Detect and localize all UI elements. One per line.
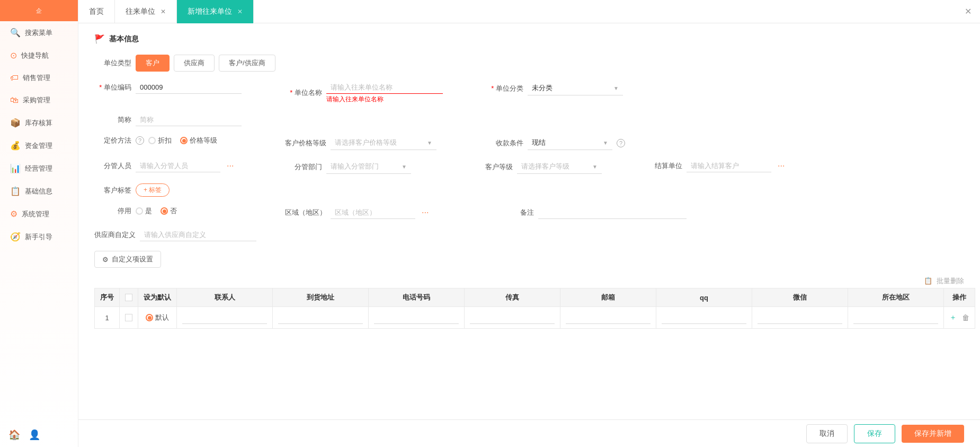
- row-address-input[interactable]: [278, 311, 363, 324]
- pricing-discount-circle: [148, 137, 156, 144]
- batch-delete-icon: 📋: [924, 277, 932, 285]
- cust-price-level-select[interactable]: 请选择客户价格等级 ▼: [331, 136, 436, 150]
- region-label: 区域（地区）: [285, 208, 326, 217]
- tab-partners-close[interactable]: ✕: [161, 8, 166, 15]
- disabled-label: 停用: [94, 206, 131, 216]
- department-value: 请输入分管部门: [331, 162, 399, 171]
- sidebar-item-quick-nav[interactable]: ⊙ 快捷导航: [0, 44, 78, 67]
- col-default: 设为默认: [138, 288, 177, 307]
- cust-level-value: 请选择客户等级: [521, 162, 590, 171]
- unit-btn-supplier[interactable]: 供应商: [174, 55, 215, 72]
- cancel-button[interactable]: 取消: [806, 424, 848, 443]
- col-checkbox: [120, 288, 138, 307]
- payment-terms-select[interactable]: 现结 ▼: [528, 136, 612, 150]
- disabled-no-label: 否: [170, 206, 177, 216]
- tab-new-partner-close[interactable]: ✕: [237, 8, 243, 15]
- manager-input[interactable]: [136, 160, 220, 172]
- notes-input[interactable]: [538, 206, 687, 219]
- sidebar-item-inventory[interactable]: 📦 库存核算: [0, 111, 78, 134]
- row-checkbox[interactable]: [125, 314, 132, 321]
- disabled-radio-no[interactable]: 否: [161, 206, 177, 216]
- pricing-radio-discount[interactable]: 折扣: [148, 136, 172, 145]
- pricing-help-icon[interactable]: ?: [136, 136, 144, 145]
- batch-delete-btn[interactable]: 批量删除: [937, 277, 964, 285]
- sidebar-item-guide[interactable]: 🧭 新手引导: [0, 225, 78, 248]
- row-delete-icon[interactable]: 🗑: [962, 313, 969, 322]
- basic-info-icon: 📋: [10, 186, 21, 196]
- sidebar-item-label: 采购管理: [23, 95, 50, 105]
- add-tag-button[interactable]: + 标签: [136, 183, 170, 197]
- unit-code-input[interactable]: [136, 81, 242, 94]
- sidebar-bottom-icon2[interactable]: 👤: [29, 429, 40, 441]
- sidebar-item-label: 基础信息: [25, 187, 52, 196]
- save-button[interactable]: 保存: [854, 424, 895, 443]
- supplier-custom-input[interactable]: [140, 229, 256, 241]
- sidebar-item-label: 销售管理: [23, 73, 50, 83]
- unit-category-arrow: ▼: [613, 85, 619, 91]
- settlement-input[interactable]: [687, 160, 771, 172]
- select-all-checkbox[interactable]: [125, 294, 132, 301]
- manager-field: 分管人员 ···: [94, 160, 285, 172]
- unit-category-value: 未分类: [532, 83, 611, 93]
- row-add-icon[interactable]: ＋: [949, 313, 957, 322]
- manager-more-btn[interactable]: ···: [225, 161, 236, 171]
- row-email-input[interactable]: [566, 311, 651, 324]
- disabled-radio-yes[interactable]: 是: [136, 206, 152, 216]
- sidebar-item-label: 经营管理: [25, 164, 52, 173]
- pricing-field: 定价方法 ? 折扣 价格等级: [94, 136, 285, 145]
- payment-terms-value: 现结: [532, 138, 601, 147]
- sidebar-item-sales[interactable]: 🏷 销售管理: [0, 67, 78, 89]
- abbr-label: 简称: [94, 115, 131, 125]
- col-fax: 传真: [465, 288, 560, 307]
- sidebar-item-system[interactable]: ⚙ 系统管理: [0, 203, 78, 225]
- row-default-radio[interactable]: 默认: [144, 313, 171, 322]
- cust-level-select[interactable]: 请选择客户等级 ▼: [517, 160, 602, 174]
- unit-btn-both[interactable]: 客户/供应商: [219, 55, 275, 72]
- sidebar-bottom-icon1[interactable]: 🏠: [8, 429, 20, 441]
- tab-home[interactable]: 首页: [78, 0, 115, 23]
- department-field: 分管部门 请输入分管部门 ▼: [285, 160, 476, 174]
- tab-new-partner[interactable]: 新增往来单位 ✕: [177, 0, 254, 23]
- pricing-radio-level[interactable]: 价格等级: [180, 136, 217, 145]
- col-email: 邮箱: [560, 288, 656, 307]
- home-icon: ⊙: [10, 50, 17, 60]
- unit-btn-customer[interactable]: 客户: [136, 55, 170, 72]
- cust-price-level-field: 客户价格等级 请选择客户价格等级 ▼: [285, 136, 486, 150]
- main-area: 首页 往来单位 ✕ 新增往来单位 ✕ ✕ 🚩 基本信息 单位类型 客户 供应商 …: [78, 0, 980, 447]
- unit-name-input[interactable]: [326, 81, 443, 94]
- cust-price-level-label: 客户价格等级: [285, 138, 326, 148]
- payment-terms-help-icon[interactable]: ?: [617, 139, 625, 147]
- sidebar-item-finance[interactable]: 💰 资金管理: [0, 134, 78, 157]
- settlement-label: 结算单位: [645, 161, 682, 171]
- abbr-input[interactable]: [136, 113, 242, 126]
- payment-terms-label: 收款条件: [486, 138, 523, 148]
- unit-category-select[interactable]: 未分类 ▼: [528, 81, 623, 95]
- row-region-input[interactable]: [853, 311, 938, 324]
- settlement-more-btn[interactable]: ···: [776, 161, 787, 171]
- row-wechat-cell: [752, 307, 848, 329]
- purchase-icon: 🛍: [10, 95, 19, 105]
- form-content: 🚩 基本信息 单位类型 客户 供应商 客户/供应商 单位编码 单位名称: [78, 23, 980, 419]
- save-add-button[interactable]: 保存并新增: [902, 425, 964, 443]
- row-phone-input[interactable]: [374, 311, 459, 324]
- sidebar-item-basic-info[interactable]: 📋 基础信息: [0, 180, 78, 203]
- sidebar-item-search[interactable]: 🔍 搜索菜单: [0, 21, 78, 44]
- row-qq-input[interactable]: [662, 311, 746, 324]
- region-more-btn[interactable]: ···: [420, 208, 431, 217]
- row-contact-input[interactable]: [182, 311, 267, 324]
- custom-setting-button[interactable]: ⚙ 自定义项设置: [94, 251, 161, 268]
- row-qq-cell: [656, 307, 752, 329]
- row-phone-cell: [369, 307, 465, 329]
- sidebar-item-label: 资金管理: [25, 141, 52, 151]
- sidebar-item-operations[interactable]: 📊 经营管理: [0, 157, 78, 180]
- sidebar-item-purchase[interactable]: 🛍 采购管理: [0, 89, 78, 111]
- tab-partners[interactable]: 往来单位 ✕: [115, 0, 177, 23]
- gear-icon: ⚙: [102, 256, 109, 264]
- settlement-field: 结算单位 ···: [645, 160, 964, 172]
- row-wechat-input[interactable]: [758, 311, 842, 324]
- close-all-tabs[interactable]: ✕: [965, 6, 972, 16]
- region-input[interactable]: [331, 206, 415, 219]
- row-fax-input[interactable]: [470, 311, 555, 324]
- sidebar-logo: 企: [0, 0, 78, 21]
- department-select[interactable]: 请输入分管部门 ▼: [326, 160, 411, 174]
